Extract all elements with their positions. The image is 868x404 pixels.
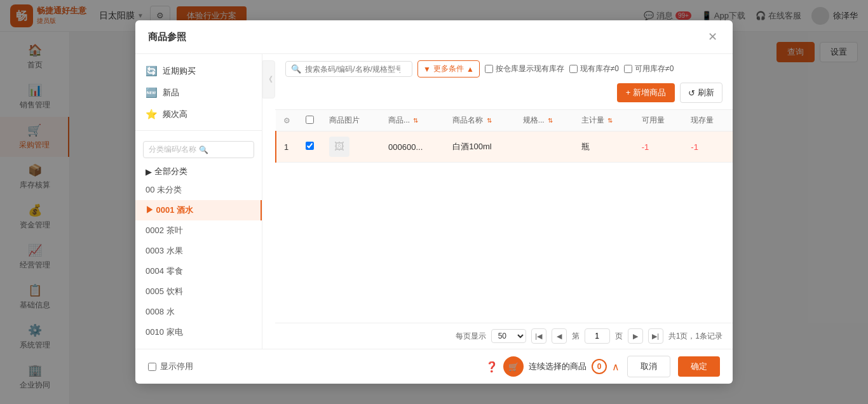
product-reference-modal: 商品参照 ✕ 🔄 近期购买 🆕 新品 ⭐ 频次高 [135,20,733,384]
category-item-0003[interactable]: 0003 水果 [135,241,262,261]
divider [135,130,262,131]
first-page-button[interactable]: |◀ [531,328,546,344]
col-unit[interactable]: 主计量 ⇅ [574,110,634,131]
cancel-button[interactable]: 取消 [627,356,670,377]
checkbox-by-warehouse[interactable]: 按仓库显示现有库存 [485,64,564,74]
show-disabled-checkbox[interactable]: 显示停用 [148,361,193,372]
new-icon: 🆕 [146,87,158,98]
product-table: ⚙ 商品图片 商品... ⇅ [275,110,733,323]
filter-icon: ▼ [423,65,431,74]
col-image: 商品图片 [322,110,381,131]
recent-icon: 🔄 [146,65,158,77]
modal-overlay: 商品参照 ✕ 🔄 近期购买 🆕 新品 ⭐ 频次高 [0,0,868,404]
confirm-button[interactable]: 确定 [678,356,720,377]
col-settings-icon: ⚙ [283,116,290,125]
cart-area: ❓ 🛒 连续选择的商品 0 ∧ [485,356,620,377]
refresh-button[interactable]: ↺ 刷新 [680,83,722,103]
row-checkbox[interactable] [298,131,322,163]
modal-toolbar: 🔍 ▼ 更多条件 ▲ 按仓库显示现有库存 现有库存≠0 [275,54,733,110]
new-product-item[interactable]: 🆕 新品 [135,82,262,104]
product-thumbnail: 🖼 [329,137,349,157]
frequency-high-item[interactable]: ⭐ 频次高 [135,104,262,125]
col-settings[interactable]: ⚙ [276,110,298,131]
category-item-0005[interactable]: 0005 饮料 [135,281,262,302]
row-available: -1 [634,131,684,163]
category-item-0001[interactable]: ▶ 0001 酒水 [135,200,262,220]
table-row[interactable]: 1 🖼 000600... 白酒100ml 瓶 [276,131,733,163]
row-unit: 瓶 [574,131,634,163]
filter-button[interactable]: ▼ 更多条件 ▲ [417,60,480,77]
row-stock: -1 [683,131,733,163]
modal-footer: 显示停用 ❓ 🛒 连续选择的商品 0 ∧ 取消 确定 [135,349,733,384]
page-number-input[interactable] [585,328,610,344]
category-item-00[interactable]: 00 未分类 [135,180,262,200]
sort-icon-spec: ⇅ [548,117,553,124]
search-input[interactable] [305,65,400,74]
col-code[interactable]: 商品... ⇅ [381,110,445,131]
row-code: 000600... [381,131,445,163]
modal-title: 商品参照 [148,31,186,43]
refresh-icon: ↺ [688,88,695,98]
modal-right-panel: 🔍 ▼ 更多条件 ▲ 按仓库显示现有库存 现有库存≠0 [275,54,733,349]
col-stock: 现存量 [683,110,733,131]
row-image: 🖼 [322,131,381,163]
search-icon: 🔍 [199,145,208,154]
close-button[interactable]: ✕ [705,29,720,44]
add-product-button[interactable]: + 新增商品 [617,83,675,102]
next-page-button[interactable]: ▶ [628,328,643,344]
collapse-cart-button[interactable]: ∧ [612,361,620,373]
category-search[interactable]: 分类编码/名称 🔍 [143,141,254,158]
col-checkbox [298,110,322,131]
checkbox-available-not-zero[interactable]: 现有库存≠0 [569,64,619,74]
chevron-up-icon: ▲ [466,65,474,74]
category-item-0004[interactable]: 0004 零食 [135,261,262,281]
row-no: 1 [276,131,298,163]
row-spec [515,131,574,163]
col-spec[interactable]: 规格... ⇅ [515,110,574,131]
modal-body: 🔄 近期购买 🆕 新品 ⭐ 频次高 分类编码/名称 🔍 ▶ [135,54,733,349]
cart-button[interactable]: 🛒 [503,356,524,377]
category-item-0002[interactable]: 0002 茶叶 [135,220,262,241]
category-item-0008[interactable]: 0008 水 [135,302,262,322]
pagination: 每页显示 50 100 |◀ ◀ 第 页 ▶ ▶| 共1页，1条记录 [275,323,733,349]
collapse-panel-button[interactable]: 《 [262,60,275,98]
search-bar[interactable]: 🔍 [285,61,412,77]
cart-count-badge: 0 [592,359,607,374]
sort-icon-name: ⇅ [487,117,492,124]
sort-icon-code: ⇅ [413,117,418,124]
frequency-icon: ⭐ [146,109,158,120]
per-page-select[interactable]: 50 100 [491,329,526,343]
checkbox-usable-not-zero[interactable]: 可用库存≠0 [624,64,674,74]
sort-icon-unit: ⇅ [607,117,613,124]
col-name[interactable]: 商品名称 ⇅ [445,110,515,131]
search-bar-icon: 🔍 [291,64,301,74]
all-categories-label[interactable]: ▶ 全部分类 [135,163,262,180]
prev-page-button[interactable]: ◀ [552,328,567,344]
modal-header: 商品参照 ✕ [135,20,733,54]
modal-left-panel: 🔄 近期购买 🆕 新品 ⭐ 频次高 分类编码/名称 🔍 ▶ [135,54,262,349]
select-all-checkbox[interactable] [306,116,314,124]
recent-buy-item[interactable]: 🔄 近期购买 [135,60,262,82]
last-page-button[interactable]: ▶| [648,328,663,344]
col-available: 可用量 [634,110,684,131]
category-item-0010[interactable]: 0010 家电 [135,322,262,342]
help-icon[interactable]: ❓ [485,361,498,373]
row-name: 白酒100ml [445,131,515,163]
